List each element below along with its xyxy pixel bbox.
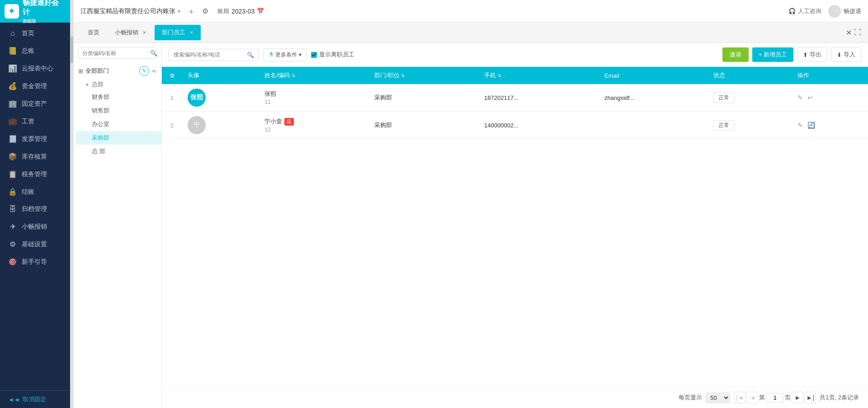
sidebar-item-expense[interactable]: ✈ 小畅报销 [0, 218, 70, 235]
tab-expense[interactable]: 小畅报销 ✕ [108, 25, 154, 40]
sidebar-item-invoice[interactable]: 🧾 发票管理 [0, 130, 70, 148]
employee-search-input[interactable] [174, 52, 247, 58]
tabbar-actions: ✕ ⛶ [846, 28, 861, 37]
dept-item-office[interactable]: 办公室 [76, 117, 161, 131]
col-name-code[interactable]: 姓名/编码 ⇅ [259, 67, 369, 84]
edit-button[interactable]: ✎ [797, 122, 803, 129]
tab-home[interactable]: 首页 [80, 25, 107, 40]
dept-item-label: 总 部 [92, 148, 105, 155]
prev-page-button[interactable]: ◄ [746, 392, 758, 403]
col-settings[interactable]: ⚙ [162, 67, 182, 84]
page-label: 页 [785, 394, 791, 402]
sidebar-item-inventory[interactable]: 📦 库存核算 [0, 148, 70, 165]
toolbar-right: 邀请 + 新增员工 ⬆ 导出 ⬇ 导入 [722, 47, 861, 62]
sidebar-item-tax[interactable]: 📋 税务管理 [0, 165, 70, 183]
tax-icon: 📋 [8, 170, 17, 178]
show-resigned-checkbox-area: 显示离职员工 [311, 51, 354, 59]
sidebar-item-ledger[interactable]: 📒 总账 [0, 42, 70, 60]
support-label: 人工咨询 [798, 7, 821, 15]
unpin-button[interactable]: ◄◄ 取消固定 [0, 390, 70, 408]
sidebar-item-archive[interactable]: 🗄 归档管理 [0, 201, 70, 218]
row-action-cell: ✎ ↩ [792, 84, 868, 112]
dept-item-label: 销售部 [92, 107, 109, 114]
dept-search-box[interactable]: 🔍 [78, 47, 157, 59]
topbar-right: 🎧 人工咨询 畅捷通 [788, 5, 861, 18]
dept-item-sales[interactable]: 销售部 [76, 104, 161, 117]
col-phone[interactable]: 手机 ⇅ [479, 67, 599, 84]
next-page-button[interactable]: ► [792, 392, 803, 403]
page-input[interactable] [766, 393, 784, 403]
user-menu[interactable]: 畅捷通 [828, 5, 861, 18]
dept-item-general[interactable]: 总 部 [76, 145, 161, 158]
ledger-icon: 📒 [8, 47, 17, 55]
invite-button[interactable]: 邀请 [722, 47, 749, 62]
pagination: 每页显示 50 10 20 100 |◄ ◄ 第 页 ► ►| [162, 387, 868, 408]
filter-label: 更多条件 [275, 51, 297, 59]
app-logo: ✦ 畅捷通好会计 旗舰版 [0, 0, 70, 23]
dept-edit-button[interactable]: ✎ [139, 66, 149, 76]
dept-item-purchase[interactable]: 采购部 [76, 131, 161, 145]
add-company-button[interactable]: ＋ [187, 6, 195, 17]
export-label: 导出 [810, 51, 821, 59]
last-page-button[interactable]: ►| [804, 392, 816, 403]
support-button[interactable]: 🎧 人工咨询 [788, 7, 821, 15]
dept-collapse-icon[interactable]: ≪ [151, 68, 157, 74]
add-employee-button[interactable]: + 新增员工 [752, 47, 793, 62]
sidebar-item-salary[interactable]: 💼 工资 [0, 113, 70, 130]
show-resigned-checkbox[interactable] [311, 52, 317, 58]
employee-search-box[interactable]: 🔍 [169, 49, 259, 61]
sidebar-item-guide[interactable]: 🎯 新手引导 [0, 253, 70, 271]
employee-code: 11 [264, 99, 363, 105]
expand-tab-button[interactable]: ⛶ [854, 28, 861, 37]
home-icon: ⌂ [8, 29, 17, 38]
sidebar-item-reports[interactable]: 📊 云报表中心 [0, 60, 70, 77]
sidebar-scrollbar[interactable] [70, 0, 74, 408]
sidebar-item-label: 税务管理 [22, 170, 47, 178]
sidebar-item-assets[interactable]: 🏢 固定资产 [0, 95, 70, 113]
avatar: 张熙 [188, 89, 206, 107]
tab-home-label: 首页 [88, 28, 99, 37]
delete-button[interactable]: 🔄 [807, 122, 815, 129]
first-page-button[interactable]: |◄ [734, 392, 745, 403]
sidebar-item-label: 云报表中心 [22, 65, 53, 73]
employee-name: 宁小壹 [264, 117, 282, 126]
dept-item-label: 财务部 [92, 94, 109, 100]
close-dept-tab-button[interactable]: ✕ [189, 30, 193, 36]
more-filter-button[interactable]: ⚗ 更多条件 ▾ [264, 48, 307, 61]
page-size-dropdown[interactable]: 50 10 20 100 [706, 393, 730, 403]
row-email-cell [599, 112, 708, 139]
all-dept-header[interactable]: ⊞ 全部部门 ✎ ≪ [74, 63, 161, 79]
dept-item-finance[interactable]: 财务部 [76, 90, 161, 104]
row-email-cell: zhangxidf... [599, 84, 708, 112]
sidebar-item-home[interactable]: ⌂ 首页 [0, 25, 70, 42]
export-icon: ⬆ [803, 52, 808, 58]
row-status-cell: 正常 [708, 84, 792, 112]
company-settings-icon[interactable]: ⚙ [202, 7, 208, 15]
sidebar-item-close[interactable]: 🔒 结账 [0, 183, 70, 201]
import-button[interactable]: ⬇ 导入 [831, 47, 861, 62]
employee-panel: 🔍 ⚗ 更多条件 ▾ 显示离职员工 邀请 + 新增员工 ⬆ 导出 [162, 43, 868, 408]
employee-name: 张熙 [264, 90, 363, 98]
export-button[interactable]: ⬆ 导出 [797, 47, 827, 62]
row-dept-cell: 采购部 [369, 112, 479, 139]
expand-icon: ▼ [85, 82, 90, 87]
page-nav: |◄ ◄ 第 页 ► ►| [734, 392, 816, 403]
sidebar-item-label: 基础设置 [22, 240, 47, 249]
row-phone-cell: 187202117... [479, 84, 599, 112]
logout-button[interactable]: ↩ [807, 94, 813, 101]
period-selector[interactable]: 账期 2023-03 📅 [217, 7, 264, 15]
edit-button[interactable]: ✎ [797, 94, 803, 101]
col-dept-pos[interactable]: 部门/职位 ⇅ [369, 67, 479, 84]
dept-search-input[interactable] [82, 50, 150, 56]
close-tab-button[interactable]: ✕ [846, 28, 852, 37]
dept-group-hq[interactable]: ▼ 总部 [76, 79, 161, 90]
sidebar-item-settings[interactable]: ⚙ 基础设置 [0, 235, 70, 253]
avatar [828, 5, 841, 18]
page-size-select[interactable]: 50 10 20 100 [706, 393, 730, 403]
company-selector[interactable]: 江西服宝精品有限责任公司内账张 ▾ [80, 7, 180, 15]
sidebar-item-label: 资金管理 [22, 82, 47, 90]
tab-dept[interactable]: 部门员工 ✕ [155, 25, 201, 40]
sidebar-item-funds[interactable]: 💰 资金管理 [0, 77, 70, 95]
close-expense-tab-button[interactable]: ✕ [142, 30, 146, 36]
page-size-label: 每页显示 [679, 394, 702, 402]
